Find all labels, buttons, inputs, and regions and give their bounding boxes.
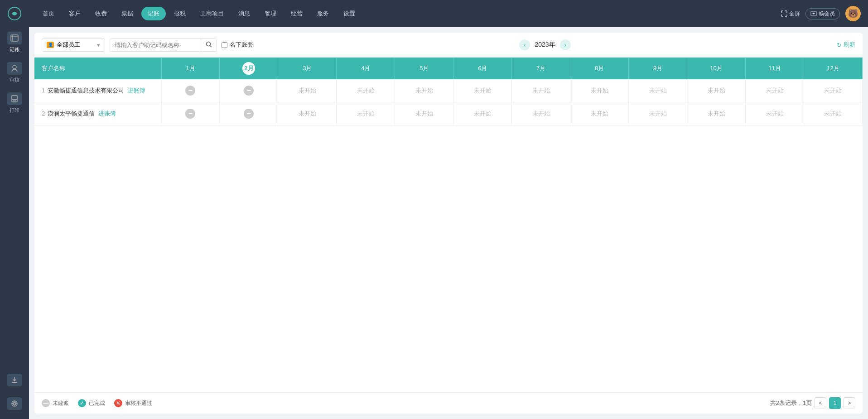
nav-manage[interactable]: 管理 [258, 7, 283, 20]
checkbox-text: 名下账套 [230, 41, 253, 49]
month-cell-1[interactable]: − [161, 79, 220, 102]
month-cell-7[interactable]: 未开始 [512, 102, 570, 125]
month-cell-11[interactable]: 未开始 [746, 79, 804, 102]
sidebar-item-print[interactable]: 打印 [0, 88, 29, 118]
month-cell-6[interactable]: 未开始 [453, 79, 512, 102]
fullscreen-label: 全屏 [789, 10, 800, 18]
total-info: 共2条记录，1页 [770, 399, 812, 407]
nav-message[interactable]: 消息 [232, 7, 256, 20]
month-cell-1[interactable]: − [161, 102, 220, 125]
month-cell-9[interactable]: 未开始 [629, 79, 687, 102]
nav-service[interactable]: 服务 [311, 7, 335, 20]
topnav: 首页 客户 收费 票据 记账 报税 工商项目 消息 管理 经营 服务 设置 全屏… [29, 0, 868, 27]
month-cell-3[interactable]: 未开始 [278, 102, 337, 125]
month-cell-2[interactable]: − [220, 102, 278, 125]
status-not-started-text: 未开始 [532, 87, 550, 94]
month-cell-12[interactable]: 未开始 [804, 79, 862, 102]
client-cell: 2漠澜太平畅捷通信进账簿 [34, 102, 161, 125]
subsidiary-checkbox[interactable] [222, 42, 227, 48]
legend-rejected-icon: ✕ [114, 399, 122, 407]
search-button[interactable] [201, 39, 217, 51]
app-logo [0, 0, 29, 27]
th-m12: 12月 [804, 58, 862, 79]
th-m3: 3月 [278, 58, 337, 79]
refresh-button[interactable]: ↻ 刷新 [837, 41, 855, 49]
legend-completed-icon: ✓ [78, 399, 86, 407]
svg-rect-1 [11, 35, 18, 41]
legend-completed-label: 已完成 [89, 400, 105, 407]
nav-home[interactable]: 首页 [36, 7, 61, 20]
month-cell-3[interactable]: 未开始 [278, 79, 337, 102]
month-cell-12[interactable]: 未开始 [804, 102, 862, 125]
year-prev-button[interactable]: ‹ [519, 39, 530, 50]
sidebar: 记账 审核 打印 [0, 0, 29, 419]
enter-ledger-link[interactable]: 进账簿 [128, 87, 145, 94]
th-client-name: 客户名称 [34, 58, 161, 79]
sidebar-item-support[interactable] [7, 393, 22, 414]
nav-settings[interactable]: 设置 [337, 7, 362, 20]
year-next-button[interactable]: › [560, 39, 571, 50]
nav-operation[interactable]: 经营 [285, 7, 309, 20]
prev-page-button[interactable]: < [815, 397, 826, 409]
content-card: 👤 全部员工 ▾ 名下账套 ‹ 2023年 › [34, 33, 863, 414]
month-cell-8[interactable]: 未开始 [570, 79, 629, 102]
month-cell-10[interactable]: 未开始 [687, 79, 746, 102]
month-cell-9[interactable]: 未开始 [629, 102, 687, 125]
status-not-started-text: 未开始 [357, 110, 375, 117]
download-icon [7, 374, 22, 386]
month-cell-4[interactable]: 未开始 [337, 102, 395, 125]
nav-invoice[interactable]: 票据 [115, 7, 140, 20]
table-row: 1安徽畅捷通信息技术有限公司进账簿−−未开始未开始未开始未开始未开始未开始未开始… [34, 79, 863, 102]
th-m6: 6月 [453, 58, 512, 79]
sidebar-item-audit-label: 审核 [10, 77, 19, 83]
sidebar-item-download[interactable] [7, 369, 22, 391]
ledger-icon [7, 32, 22, 44]
th-m7: 7月 [512, 58, 570, 79]
nav-collection[interactable]: 收费 [89, 7, 113, 20]
nav-bizitem[interactable]: 工商项目 [194, 7, 230, 20]
status-not-started-text: 未开始 [708, 110, 725, 117]
month-cell-5[interactable]: 未开始 [395, 79, 453, 102]
th-m4: 4月 [337, 58, 395, 79]
refresh-label: 刷新 [844, 41, 855, 49]
month-cell-2[interactable]: − [220, 79, 278, 102]
support-icon [7, 397, 22, 410]
next-page-button[interactable]: > [844, 397, 855, 409]
status-not-started-text: 未开始 [474, 87, 492, 94]
user-avatar[interactable]: 🐻 [845, 6, 861, 21]
month-cell-5[interactable]: 未开始 [395, 102, 453, 125]
vip-label: 畅会员 [819, 10, 835, 18]
employee-select[interactable]: 👤 全部员工 ▾ [42, 38, 105, 52]
status-not-built-icon: − [185, 86, 195, 96]
status-not-started-text: 未开始 [591, 110, 608, 117]
sidebar-item-audit[interactable]: 审核 [0, 58, 29, 88]
month-cell-4[interactable]: 未开始 [337, 79, 395, 102]
vip-button[interactable]: 畅会员 [805, 8, 840, 19]
status-not-started-text: 未开始 [649, 110, 667, 117]
year-nav: ‹ 2023年 › [519, 39, 570, 50]
th-m2: 2月 [220, 58, 278, 79]
sidebar-item-ledger[interactable]: 记账 [0, 27, 29, 58]
th-m9: 9月 [629, 58, 687, 79]
svg-point-11 [14, 403, 16, 405]
nav-client[interactable]: 客户 [63, 7, 87, 20]
month-cell-6[interactable]: 未开始 [453, 102, 512, 125]
fullscreen-button[interactable]: 全屏 [781, 10, 800, 18]
status-not-built-icon: − [244, 86, 254, 96]
legend-rejected: ✕ 审核不通过 [114, 399, 152, 407]
legend-rejected-label: 审核不通过 [125, 400, 152, 407]
row-index: 1 [42, 87, 45, 94]
month-cell-10[interactable]: 未开始 [687, 102, 746, 125]
status-not-started-text: 未开始 [415, 110, 433, 117]
nav-ledger[interactable]: 记账 [141, 7, 166, 20]
month-cell-11[interactable]: 未开始 [746, 102, 804, 125]
current-page-button[interactable]: 1 [829, 397, 841, 409]
nav-tax[interactable]: 报税 [168, 7, 192, 20]
employee-icon: 👤 [47, 42, 54, 48]
enter-ledger-link[interactable]: 进账簿 [98, 110, 116, 117]
svg-rect-6 [12, 99, 17, 102]
search-input[interactable] [110, 39, 201, 51]
checkbox-label[interactable]: 名下账套 [222, 41, 253, 49]
month-cell-7[interactable]: 未开始 [512, 79, 570, 102]
month-cell-8[interactable]: 未开始 [570, 102, 629, 125]
